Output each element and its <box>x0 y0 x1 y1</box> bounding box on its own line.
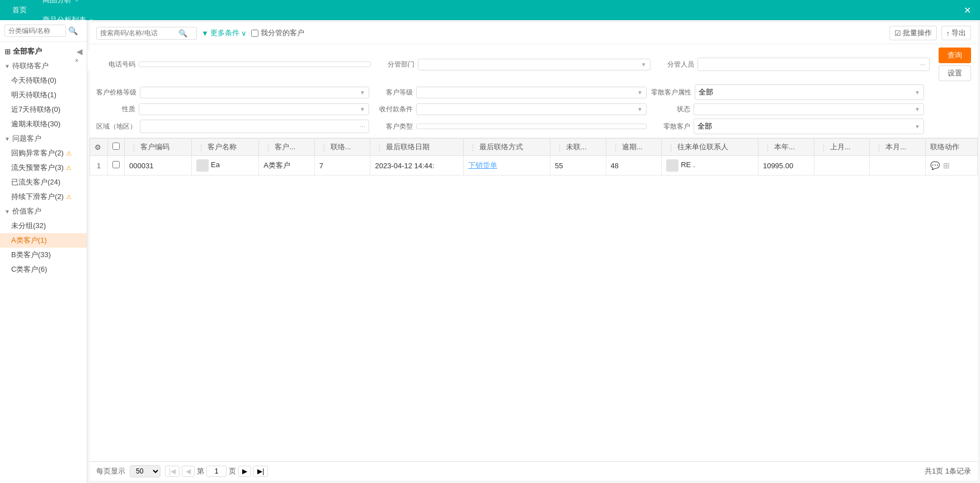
batch-ops-button[interactable]: ☑ 批量操作 <box>889 26 937 40</box>
nature-label: 性质 <box>96 105 135 114</box>
nav-tab-商品分析[interactable]: 商品分析× <box>35 0 101 10</box>
nav-home[interactable]: 首页 <box>4 5 35 15</box>
this-month-col-sort[interactable]: ⋮ 本月... <box>874 142 906 152</box>
filter-search-icon[interactable]: 🔍 <box>178 29 187 37</box>
price-level-label: 客户价格等级 <box>96 88 136 97</box>
sidebar-section-价值客户[interactable]: ▼价值客户 <box>0 204 87 219</box>
contact-method-link[interactable]: 下销货单 <box>468 161 497 169</box>
retail-cust-input[interactable]: 全部 ▼ <box>694 119 924 134</box>
row-checkbox-cell[interactable] <box>108 156 125 176</box>
phone-input[interactable] <box>139 61 371 67</box>
adv-filter-row-4: 区域（地区） ··· 客户类型 零散客户 全部 ▼ <box>96 119 971 134</box>
prev-page-button[interactable]: ◀ <box>182 466 195 477</box>
qr-icon[interactable]: ⊞ <box>943 161 950 170</box>
sidebar-item-近7天待联络(0)[interactable]: 近7天待联络(0) <box>0 102 87 117</box>
sidebar-section-问题客户[interactable]: ▼问题客户 <box>0 131 87 146</box>
cust-type-input[interactable] <box>416 124 647 129</box>
sidebar-item-A类客户(1)[interactable]: A类客户(1) <box>0 233 87 248</box>
name-col-sort[interactable]: ⋮ 客户名称 <box>196 142 237 152</box>
my-customers-checkbox[interactable] <box>251 30 258 37</box>
person-input[interactable]: ··· <box>698 58 930 71</box>
price-level-input[interactable]: ▼ <box>140 87 369 98</box>
settings-button[interactable]: 设置 <box>939 65 971 81</box>
customers-table: ⚙ ⋮ 客户编码 ⋮ <box>89 138 978 176</box>
sidebar-item-C类客户(6)[interactable]: C类客户(6) <box>0 262 87 277</box>
sidebar-item-流失预警客户(3)[interactable]: 流失预警客户(3)⚠ <box>0 160 87 175</box>
query-button[interactable]: 查询 <box>939 48 971 63</box>
status-input[interactable]: ▼ <box>694 103 924 115</box>
sidebar-item-回购异常客户(2)[interactable]: 回购异常客户(2)⚠ <box>0 146 87 160</box>
sidebar-section-待联络客户[interactable]: ▼待联络客户 <box>0 59 87 73</box>
sidebar-item-今天待联络(0)[interactable]: 今天待联络(0) <box>0 73 87 88</box>
this-year-col-sort[interactable]: ⋮ 本年... <box>763 142 795 152</box>
row-last-contact-method[interactable]: 下销货单 <box>463 156 550 176</box>
settings-col-icon[interactable]: ⚙ <box>95 143 101 151</box>
more-conditions-button[interactable]: ▼ 更多条件 ∨ <box>201 28 247 38</box>
page-size-select[interactable]: 50 100 <box>130 465 161 477</box>
overdue-col-sort[interactable]: ⋮ 逾期... <box>611 142 643 152</box>
last-contact-date-col-sort[interactable]: ⋮ 最后联络日期 <box>375 142 430 152</box>
col-this-year: ⋮ 本年... <box>758 139 814 156</box>
row-checkbox[interactable] <box>112 161 120 168</box>
sidebar-search-input[interactable] <box>4 25 66 37</box>
nature-input[interactable]: ▼ <box>139 103 369 115</box>
filter-search-input[interactable] <box>100 29 178 37</box>
chat-icon[interactable]: 💬 <box>930 161 940 170</box>
name-sep: ⋮ <box>197 143 205 151</box>
next-page-button[interactable]: ▶ <box>238 466 251 477</box>
last-month-col-sort[interactable]: ⋮ 上月... <box>819 142 851 152</box>
export-button[interactable]: ↑ 导出 <box>941 26 972 40</box>
sidebar-item-逾期未联络(30)[interactable]: 逾期未联络(30) <box>0 117 87 131</box>
section-arrow-icon: ▼ <box>4 209 10 215</box>
contact-person-col-sort[interactable]: ⋮ 往来单位联系人 <box>666 142 728 152</box>
sidebar-all-customers[interactable]: ⊞ 全部客户 ◀ <box>0 42 87 59</box>
warn-icon: ⚠ <box>66 193 72 201</box>
level-col-sort[interactable]: ⋮ 客户... <box>263 142 295 152</box>
sidebar-item-未分组(32)[interactable]: 未分组(32) <box>0 219 87 233</box>
cust-level-input[interactable]: ▼ <box>416 87 647 98</box>
table-container: ⚙ ⋮ 客户编码 ⋮ <box>89 138 978 461</box>
tab-close-icon[interactable]: × <box>75 57 78 64</box>
sidebar-item-明天待联络(1)[interactable]: 明天待联络(1) <box>0 88 87 102</box>
region-input[interactable]: ··· <box>140 120 369 133</box>
sidebar-collapse-icon[interactable]: ◀ <box>77 48 82 56</box>
last-contact-date-sep: ⋮ <box>376 143 383 151</box>
grid-icon: ⊞ <box>4 48 11 56</box>
nature-caret-icon: ▼ <box>360 106 365 112</box>
payment-input[interactable]: ▼ <box>416 103 647 115</box>
batch-ops-icon: ☑ <box>894 29 901 37</box>
col-settings[interactable]: ⚙ <box>90 139 108 156</box>
sidebar-item-已流失客户(24)[interactable]: 已流失客户(24) <box>0 175 87 190</box>
tab-close-icon[interactable]: × <box>89 37 93 44</box>
page-total-label: 页 <box>229 466 236 476</box>
row-no-contact-days: 55 <box>550 156 606 176</box>
tab-close-icon[interactable]: × <box>89 17 93 23</box>
last-page-button[interactable]: ▶| <box>253 466 268 477</box>
bottom-bar: 每页显示 50 100 |◀ ◀ 第 页 ▶ ▶| 共1页 1条记录 <box>89 461 978 481</box>
close-app-button[interactable]: ✕ <box>959 5 976 16</box>
tab-close-icon[interactable]: × <box>75 0 78 3</box>
sidebar-search-icon[interactable]: 🔍 <box>68 26 78 35</box>
my-customers-checkbox-label[interactable]: 我分管的客户 <box>251 28 304 38</box>
first-page-button[interactable]: |◀ <box>165 466 180 477</box>
filter-retail-cust: 零散客户 全部 ▼ <box>651 119 924 134</box>
col-overdue: ⋮ 逾期... <box>606 139 662 156</box>
last-contact-method-col-sort[interactable]: ⋮ 最后联络方式 <box>468 142 523 152</box>
level-sep: ⋮ <box>265 143 272 151</box>
page-nav: |◀ ◀ 第 页 ▶ ▶| <box>165 466 268 477</box>
dept-input[interactable]: ▼ <box>418 59 650 70</box>
row-name: Ea <box>192 156 259 176</box>
no-contact-col-sort[interactable]: ⋮ 未联... <box>555 142 587 152</box>
main-layout: 🔍 ⊞ 全部客户 ◀ ▼待联络客户今天待联络(0)明天待联络(1)近7天待联络(… <box>0 20 980 483</box>
table-body: 1 000031 Ea A类客户 7 2023-04-12 14:44: 下销货… <box>90 156 978 176</box>
contact-count-col-sort[interactable]: ⋮ 联络... <box>319 142 351 152</box>
sidebar-item-B类客户(33)[interactable]: B类客户(33) <box>0 248 87 262</box>
sidebar-item-持续下滑客户(2)[interactable]: 持续下滑客户(2)⚠ <box>0 190 87 204</box>
warn-icon: ⚠ <box>66 150 72 157</box>
code-col-sort[interactable]: ⋮ 客户编码 <box>129 142 169 152</box>
select-all-checkbox[interactable] <box>112 143 120 150</box>
retail-attr-input[interactable]: 全部 ▼ <box>695 84 924 100</box>
col-checkbox[interactable] <box>108 139 125 156</box>
filter-payment: 收付款条件 ▼ <box>374 103 647 115</box>
page-number-input[interactable] <box>206 466 227 477</box>
